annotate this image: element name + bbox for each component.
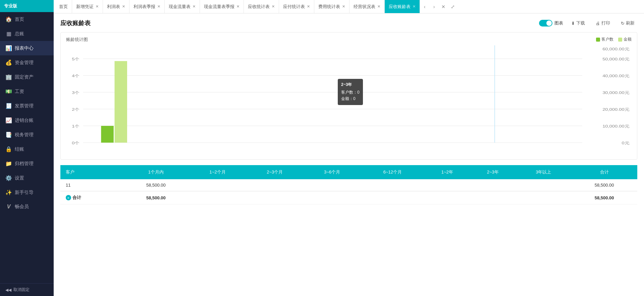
sidebar-item-label: 总账 (15, 31, 24, 37)
lock-icon: 🔒 (5, 146, 12, 152)
print-icon: 🖨 (596, 21, 600, 26)
sidebar-item-payroll[interactable]: 💵 工资 (0, 84, 54, 99)
cell-y3 (516, 179, 571, 191)
tab-close-icon[interactable]: ✕ (307, 4, 310, 9)
sidebar-item-home[interactable]: 🏠 首页 (0, 12, 54, 27)
chart-title: 账龄统计图 (66, 37, 632, 43)
report-icon: 📊 (5, 45, 12, 51)
legend-customer-count: 客户数 (596, 37, 613, 42)
tab-new-voucher[interactable]: 新增凭证 ✕ (72, 0, 103, 13)
sidebar-item-fixed-assets[interactable]: 🏢 固定资产 (0, 70, 54, 84)
sidebar-item-label: 首页 (15, 16, 24, 22)
tab-profit[interactable]: 利润表 ✕ (103, 0, 129, 13)
cell-m1: 58,500.00 (123, 179, 189, 191)
sidebar-item-label: 资金管理 (15, 60, 34, 66)
sidebar-item-membership[interactable]: V 畅会员 (0, 200, 54, 214)
cell-total: 58,500.00 (571, 179, 637, 191)
tab-close-icon[interactable]: ✕ (236, 4, 239, 9)
tab-close-icon[interactable]: ✕ (377, 4, 380, 9)
sidebar-item-label: 进销台账 (15, 117, 34, 124)
tab-close-icon[interactable]: ✕ (157, 4, 160, 9)
ledger-icon: ▦ (5, 31, 12, 37)
svg-text:3个: 3个 (72, 91, 79, 95)
tab-cashflow-quarterly[interactable]: 现金流量表季报 ✕ (200, 0, 244, 13)
svg-text:30,000.00元: 30,000.00元 (602, 91, 629, 95)
payroll-icon: 💵 (5, 88, 12, 95)
tab-scroll-left[interactable]: ‹ (421, 3, 429, 11)
tab-close-icon[interactable]: ✕ (413, 4, 416, 9)
fund-icon: 💰 (5, 59, 12, 66)
total-icon: ≡ (66, 195, 71, 200)
legend-amount-label: 金额 (624, 37, 632, 42)
tab-cashflow[interactable]: 现金流量表 ✕ (165, 0, 200, 13)
sidebar-item-period-end[interactable]: 🔒 结账 (0, 142, 54, 156)
tab-ap-stats[interactable]: 应付统计表 ✕ (279, 0, 314, 13)
guide-icon: ✨ (5, 189, 12, 196)
total-m23 (246, 191, 304, 204)
header-actions: 图表 ⬇ 下载 🖨 打印 ↻ 刷新 (539, 19, 637, 28)
tab-scroll-right[interactable]: › (430, 3, 438, 11)
sidebar-item-sales-ledger[interactable]: 📈 进销台账 (0, 113, 54, 128)
sidebar-item-report-center[interactable]: 📊 报表中心 (0, 41, 54, 55)
download-button[interactable]: ⬇ 下载 (569, 19, 588, 28)
refresh-button[interactable]: ↻ 刷新 (618, 19, 637, 28)
tab-expense-stats[interactable]: 费用统计表 ✕ (314, 0, 350, 13)
tab-ar-stats[interactable]: 应收统计表 ✕ (244, 0, 279, 13)
print-button[interactable]: 🖨 打印 (593, 19, 613, 28)
sidebar-item-guide[interactable]: ✨ 新手引导 (0, 185, 54, 200)
legend-customer-dot (596, 38, 600, 42)
th-y3: 3年以上 (516, 165, 571, 179)
total-m36 (304, 191, 361, 204)
tab-home[interactable]: 首页 (55, 0, 72, 13)
page-title: 应收账龄表 (60, 19, 91, 27)
tab-close-icon[interactable]: ✕ (122, 4, 125, 9)
bar-amount-1 (115, 61, 127, 143)
tab-close-icon[interactable]: ✕ (193, 4, 196, 9)
chart-svg: 0个 1个 2个 3个 4个 5个 0元 10,000.00元 20,000.0… (66, 45, 632, 146)
th-y23: 2~3年 (470, 165, 516, 179)
tab-ar-aging[interactable]: 应收账龄表 ✕ (385, 0, 420, 13)
svg-text:20,000.00元: 20,000.00元 (602, 107, 629, 112)
tab-label: 现金流量表 (169, 4, 191, 10)
svg-text:4个: 4个 (72, 74, 79, 78)
tab-close-all[interactable]: ✕ (439, 3, 447, 11)
total-m12 (189, 191, 246, 204)
tab-label: 应付统计表 (283, 4, 305, 10)
tab-close-icon[interactable]: ✕ (272, 4, 275, 9)
total-y12 (424, 191, 470, 204)
cell-m23 (246, 179, 304, 191)
main-panel: 首页 新增凭证 ✕ 利润表 ✕ 利润表季报 ✕ 现金流量表 ✕ 现金流量表季报 … (54, 0, 644, 296)
toggle-label: 图表 (554, 20, 563, 26)
svg-text:5个: 5个 (72, 57, 79, 61)
cell-total-label: ≡ 合计 (60, 191, 123, 204)
tab-close-icon[interactable]: ✕ (96, 4, 99, 9)
svg-text:1个: 1个 (72, 124, 79, 129)
th-customer: 客户 (60, 165, 123, 179)
sidebar-toggle-pin[interactable]: ◀◀ 取消固定 (0, 283, 54, 296)
tab-operations[interactable]: 经营状况表 ✕ (350, 0, 385, 13)
tab-close-icon[interactable]: ✕ (342, 4, 345, 9)
tab-label: 新增凭证 (76, 4, 94, 10)
tab-maximize[interactable]: ⤢ (449, 3, 457, 11)
total-total: 58,500.00 (571, 191, 637, 204)
sidebar-item-tax[interactable]: 📑 税务管理 (0, 128, 54, 142)
sidebar-item-fund-management[interactable]: 💰 资金管理 (0, 55, 54, 70)
table-row: 11 58,500.00 58,500.00 (60, 179, 637, 191)
tab-label: 利润表季报 (133, 4, 155, 10)
tab-label: 首页 (59, 4, 68, 10)
legend-amount-dot (618, 38, 622, 42)
cell-customer: 11 (60, 179, 123, 191)
sidebar-item-general-ledger[interactable]: ▦ 总账 (0, 27, 54, 41)
sidebar-item-label: 税务管理 (15, 132, 34, 138)
tab-profit-quarterly[interactable]: 利润表季报 ✕ (129, 0, 165, 13)
chart-toggle[interactable] (539, 20, 552, 27)
sidebar-item-archive[interactable]: 📁 归档管理 (0, 156, 54, 171)
chart-area: 账龄统计图 客户数 金额 0个 1个 2个 3个 (60, 32, 637, 160)
sidebar-footer-label: 取消固定 (13, 287, 30, 293)
th-y12: 1~2年 (424, 165, 470, 179)
sidebar-item-settings[interactable]: ⚙️ 设置 (0, 171, 54, 185)
sidebar-logo: 专业版 (0, 0, 54, 12)
total-label-text: 合计 (72, 195, 81, 201)
sidebar-item-invoice[interactable]: 🧾 发票管理 (0, 99, 54, 113)
svg-text:40,000.00元: 40,000.00元 (602, 74, 629, 78)
